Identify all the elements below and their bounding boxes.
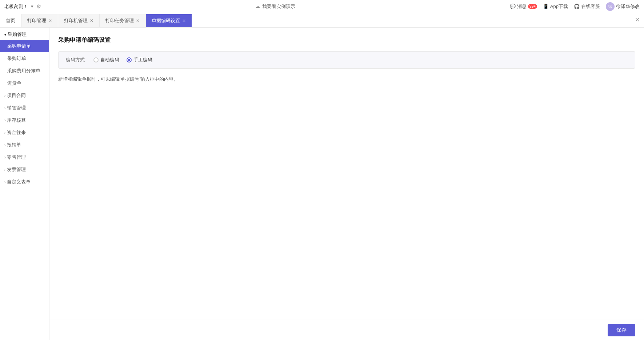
sidebar-item-purchase-expense[interactable]: 采购费用分摊单	[0, 65, 49, 77]
messages-btn[interactable]: 💬 消息 99+	[510, 3, 537, 10]
tab-printer-mgmt-label: 打印机管理	[64, 17, 88, 24]
sidebar-group-sales-label: 销售管理	[7, 105, 26, 111]
sidebar-group-inventory-label: 库存核算	[7, 117, 26, 124]
encode-form: 编码方式 自动编码 手工编码	[58, 51, 635, 69]
arrow-right-icon: ›	[4, 94, 5, 98]
app-title: 老板勿割！	[4, 3, 28, 10]
tab-close-printer-mgmt[interactable]: ✕	[90, 18, 93, 23]
online-service-label: 在线客服	[581, 3, 600, 10]
avatar: 徐	[606, 2, 615, 11]
sidebar-group-custom-label: 自定义表单	[7, 179, 31, 185]
sidebar-group-purchase-label: 采购管理	[8, 31, 27, 38]
sidebar-group-capital-label: 资金往来	[7, 129, 26, 136]
sidebar-group-custom[interactable]: › 自定义表单	[0, 176, 49, 188]
username-label: 徐泽华修改	[616, 3, 640, 10]
tab-print-mgmt[interactable]: 打印管理 ✕	[21, 14, 58, 27]
sidebar-group-project-label: 项目合同	[7, 92, 26, 99]
sidebar-group-purchase: ▾ 采购管理 采购申请单 采购订单 采购费用分摊单 进货单	[0, 28, 49, 89]
dropdown-icon[interactable]: ▾	[31, 4, 33, 9]
arrow-right-icon-capital: ›	[4, 131, 5, 135]
radio-manual-circle	[127, 57, 132, 62]
info-text: 新增和编辑单据时，可以编辑'单据编号'输入框中的内容。	[58, 76, 635, 82]
tab-print-mgmt-label: 打印管理	[27, 17, 46, 24]
main-content: 采购申请单编码设置 编码方式 自动编码 手工编码	[49, 28, 644, 340]
sidebar-item-purchase-expense-label: 采购费用分摊单	[7, 68, 40, 73]
tab-doc-code-label: 单据编码设置	[152, 17, 180, 24]
sidebar-group-invoice[interactable]: › 发票管理	[0, 163, 49, 176]
sidebar-item-purchase-request-label: 采购申请单	[7, 43, 31, 49]
sidebar-item-stock-in-label: 进货单	[7, 80, 21, 86]
save-button[interactable]: 保存	[608, 324, 635, 336]
radio-manual[interactable]: 手工编码	[127, 57, 152, 63]
sidebar-group-returns[interactable]: › 报销单	[0, 139, 49, 151]
tab-print-task-label: 打印任务管理	[105, 17, 134, 24]
center-text[interactable]: 我要看实例演示	[262, 3, 295, 10]
sidebar-group-invoice-label: 发票管理	[7, 166, 26, 173]
sidebar-item-purchase-order[interactable]: 采购订单	[0, 52, 49, 65]
arrow-right-icon-retail: ›	[4, 155, 5, 159]
messages-badge: 99+	[528, 4, 537, 9]
sidebar-group-sales[interactable]: › 销售管理	[0, 102, 49, 114]
sidebar: ▾ 采购管理 采购申请单 采购订单 采购费用分摊单 进货单 › 项目合同 › 销…	[0, 28, 49, 340]
sidebar-group-retail-label: 零售管理	[7, 154, 26, 161]
sidebar-group-capital[interactable]: › 资金往来	[0, 126, 49, 139]
tab-close-print-mgmt[interactable]: ✕	[48, 18, 52, 23]
messages-label: 消息	[517, 3, 527, 10]
tab-bar: 首页 打印管理 ✕ 打印机管理 ✕ 打印任务管理 ✕ 单据编码设置 ✕ ✕	[0, 13, 644, 28]
sidebar-group-project[interactable]: › 项目合同	[0, 89, 49, 102]
sidebar-item-purchase-request[interactable]: 采购申请单	[0, 40, 49, 52]
arrow-right-icon-custom: ›	[4, 180, 5, 184]
layout: ▾ 采购管理 采购申请单 采购订单 采购费用分摊单 进货单 › 项目合同 › 销…	[0, 28, 644, 340]
sidebar-group-inventory[interactable]: › 库存核算	[0, 114, 49, 126]
user-btn[interactable]: 徐 徐泽华修改	[606, 2, 640, 11]
tab-home-label: 首页	[6, 17, 15, 24]
top-bar: 老板勿割！ ▾ ⚙ ☁ 我要看实例演示 💬 消息 99+ 📱 App下载 🎧 在…	[0, 0, 644, 13]
arrow-right-icon-inventory: ›	[4, 118, 5, 122]
app-download-btn[interactable]: 📱 App下载	[543, 3, 568, 10]
sidebar-group-retail[interactable]: › 零售管理	[0, 151, 49, 163]
arrow-down-icon: ▾	[4, 33, 6, 37]
top-bar-right: 💬 消息 99+ 📱 App下载 🎧 在线客服 徐 徐泽华修改	[510, 2, 640, 11]
encode-label: 编码方式	[66, 57, 85, 63]
top-bar-left: 老板勿割！ ▾ ⚙	[4, 3, 41, 10]
content-area: 采购申请单编码设置 编码方式 自动编码 手工编码	[49, 28, 644, 320]
tab-close-print-task[interactable]: ✕	[136, 18, 140, 23]
settings-icon[interactable]: ⚙	[36, 3, 41, 10]
tab-doc-code[interactable]: 单据编码设置 ✕	[146, 14, 192, 27]
radio-auto-label: 自动编码	[100, 57, 119, 63]
page-close-btn[interactable]: ✕	[635, 13, 644, 27]
sidebar-item-purchase-order-label: 采购订单	[7, 56, 26, 61]
radio-manual-label: 手工编码	[133, 57, 152, 63]
tab-home[interactable]: 首页	[0, 14, 21, 27]
radio-auto-circle	[93, 57, 99, 62]
headset-icon: 🎧	[574, 4, 580, 9]
arrow-right-icon-sales: ›	[4, 106, 5, 110]
sidebar-group-returns-label: 报销单	[7, 142, 21, 148]
radio-auto[interactable]: 自动编码	[93, 57, 119, 63]
sidebar-group-purchase-title[interactable]: ▾ 采购管理	[0, 28, 49, 40]
tab-print-task[interactable]: 打印任务管理 ✕	[100, 14, 146, 27]
page-title: 采购申请单编码设置	[58, 36, 635, 44]
tab-close-doc-code[interactable]: ✕	[182, 18, 186, 23]
app-download-label: App下载	[550, 3, 568, 10]
radio-group: 自动编码 手工编码	[93, 57, 152, 63]
phone-icon: 📱	[543, 4, 549, 9]
message-icon: 💬	[510, 4, 516, 9]
bottom-bar: 保存	[49, 320, 644, 340]
arrow-right-icon-returns: ›	[4, 143, 5, 147]
online-service-btn[interactable]: 🎧 在线客服	[574, 3, 600, 10]
sidebar-item-stock-in[interactable]: 进货单	[0, 77, 49, 89]
cloud-icon: ☁	[255, 4, 260, 9]
arrow-right-icon-invoice: ›	[4, 168, 5, 172]
top-bar-center: ☁ 我要看实例演示	[255, 3, 295, 10]
tab-printer-mgmt[interactable]: 打印机管理 ✕	[58, 14, 100, 27]
